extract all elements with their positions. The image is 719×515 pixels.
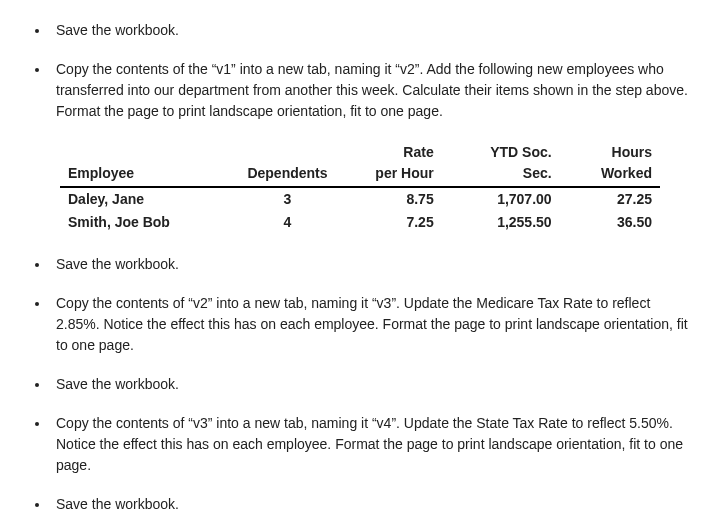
cell-employee: Daley, Jane [60, 187, 231, 211]
table-header-row: Employee Dependents Rate per Hour YTD So… [60, 140, 660, 187]
list-item: Save the workbook. [50, 254, 689, 275]
cell-hours: 27.25 [560, 187, 660, 211]
col-rate: Rate per Hour [344, 140, 442, 187]
list-item: Copy the contents of the “v1” into a new… [50, 59, 689, 122]
cell-rate: 8.75 [344, 187, 442, 211]
col-ytd: YTD Soc. Sec. [442, 140, 560, 187]
col-hours-line1: Hours [612, 144, 652, 160]
employee-table: Employee Dependents Rate per Hour YTD So… [60, 140, 660, 234]
cell-hours: 36.50 [560, 211, 660, 234]
col-rate-line1: Rate [403, 144, 433, 160]
cell-ytd: 1,707.00 [442, 187, 560, 211]
cell-employee: Smith, Joe Bob [60, 211, 231, 234]
list-item: Copy the contents of “v2” into a new tab… [50, 293, 689, 356]
table-row: Smith, Joe Bob 4 7.25 1,255.50 36.50 [60, 211, 660, 234]
col-dependents: Dependents [231, 140, 344, 187]
cell-rate: 7.25 [344, 211, 442, 234]
list-item: Save the workbook. [50, 374, 689, 395]
list-item: Save the workbook. [50, 494, 689, 515]
list-item: Copy the contents of “v3” into a new tab… [50, 413, 689, 476]
instruction-list: Save the workbook. Copy the contents of … [30, 20, 689, 122]
list-item: Save the workbook. [50, 20, 689, 41]
col-ytd-line2: Sec. [523, 165, 552, 181]
col-rate-line2: per Hour [375, 165, 433, 181]
cell-dependents: 3 [231, 187, 344, 211]
cell-dependents: 4 [231, 211, 344, 234]
col-ytd-line1: YTD Soc. [490, 144, 551, 160]
instruction-list-2: Save the workbook. Copy the contents of … [30, 254, 689, 515]
col-hours: Hours Worked [560, 140, 660, 187]
cell-ytd: 1,255.50 [442, 211, 560, 234]
col-hours-line2: Worked [601, 165, 652, 181]
table-row: Daley, Jane 3 8.75 1,707.00 27.25 [60, 187, 660, 211]
col-employee: Employee [60, 140, 231, 187]
